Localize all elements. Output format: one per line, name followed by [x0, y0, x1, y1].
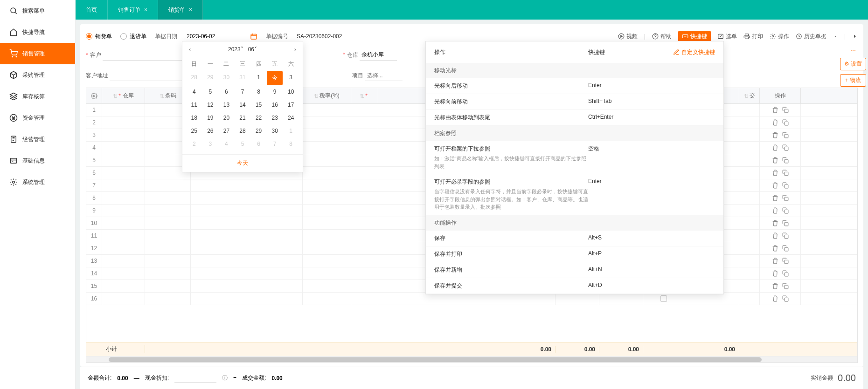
toolbar-action[interactable]: 操作 — [770, 33, 789, 41]
delete-icon[interactable] — [772, 157, 778, 164]
horizontal-scrollbar[interactable] — [86, 356, 857, 362]
calendar-day[interactable]: 27 — [218, 124, 235, 137]
calendar-day[interactable]: 17 — [283, 98, 299, 111]
copy-icon[interactable] — [782, 220, 789, 226]
delete-icon[interactable] — [772, 170, 778, 176]
sidebar-item-7[interactable]: 基础信息 — [0, 150, 75, 171]
delete-icon[interactable] — [772, 220, 778, 226]
calendar-day[interactable]: 23 — [267, 111, 283, 124]
logistics-button[interactable]: + 物流 — [840, 74, 866, 87]
sidebar-item-6[interactable]: 经营管理 — [0, 129, 75, 150]
toolbar-hotkey[interactable]: 快捷键 — [678, 31, 711, 42]
sidebar-item-0[interactable]: 搜索菜单 — [0, 0, 75, 21]
copy-icon[interactable] — [782, 144, 789, 151]
calendar-day[interactable]: 5 — [235, 137, 251, 150]
delete-icon[interactable] — [772, 195, 778, 201]
copy-icon[interactable] — [782, 157, 789, 164]
copy-icon[interactable] — [782, 170, 789, 176]
tab-2[interactable]: 销货单× — [158, 0, 203, 20]
calendar-day[interactable]: 10 — [283, 85, 299, 98]
sidebar-item-1[interactable]: 快捷导航 — [0, 21, 75, 43]
calendar-day[interactable]: 6 — [250, 137, 267, 150]
calendar-month[interactable]: 06˅ — [248, 46, 257, 53]
calendar-next-icon[interactable]: › — [294, 46, 296, 53]
delete-icon[interactable] — [772, 245, 778, 252]
sidebar-item-5[interactable]: 资金管理 — [0, 107, 75, 129]
discount-input[interactable] — [174, 374, 216, 382]
calendar-day[interactable]: 21 — [235, 111, 251, 124]
calendar-prev-icon[interactable]: ‹ — [189, 46, 191, 53]
calendar-day[interactable]: 28 — [186, 71, 202, 85]
settings-button[interactable]: ⚙ 设置 — [840, 58, 866, 70]
calendar-today-link[interactable]: 今天 — [182, 154, 303, 172]
toolbar-next-icon[interactable] — [852, 34, 858, 39]
copy-icon[interactable] — [782, 245, 789, 252]
toolbar-select[interactable]: 选单 — [717, 33, 737, 41]
calendar-day[interactable]: 15 — [250, 98, 267, 111]
calendar-day[interactable]: 8 — [250, 85, 267, 98]
header-gear[interactable] — [86, 88, 102, 103]
copy-icon[interactable] — [782, 107, 789, 113]
delete-icon[interactable] — [772, 207, 778, 214]
copy-icon[interactable] — [782, 195, 789, 201]
copy-icon[interactable] — [782, 207, 789, 214]
close-icon[interactable]: × — [144, 7, 147, 13]
calendar-year[interactable]: 2023˅ — [228, 46, 243, 53]
calendar-day[interactable]: 30 — [218, 71, 235, 85]
copy-icon[interactable] — [782, 295, 789, 302]
copy-icon[interactable] — [782, 258, 789, 264]
toolbar-history[interactable]: 历史单据 — [796, 33, 826, 41]
calendar-day[interactable]: 29 — [250, 124, 267, 137]
sidebar-item-2[interactable]: 销售管理 — [0, 43, 75, 64]
calendar-day[interactable]: 30 — [267, 124, 283, 137]
tab-1[interactable]: 销售订单× — [108, 0, 158, 20]
header-delivery[interactable]: ⇅交 — [739, 88, 760, 103]
delete-icon[interactable] — [772, 119, 778, 126]
header-taxrate[interactable]: ⇅税率(%) — [303, 88, 351, 103]
toolbar-dropdown-icon[interactable] — [833, 34, 838, 39]
calendar-icon[interactable] — [250, 33, 257, 40]
calendar-day[interactable]: 5 — [202, 85, 219, 98]
calendar-day[interactable]: 16 — [267, 98, 283, 111]
panel-more-icon[interactable]: ⋯ — [850, 48, 856, 54]
calendar-day[interactable]: 3 — [202, 137, 219, 150]
toolbar-help[interactable]: 帮助 — [652, 33, 672, 41]
header-warehouse[interactable]: ⇅*仓库 — [102, 88, 145, 103]
delete-icon[interactable] — [772, 258, 778, 264]
calendar-day[interactable]: 19 — [202, 111, 219, 124]
copy-icon[interactable] — [782, 132, 789, 138]
calendar-day[interactable]: 25 — [186, 124, 202, 137]
calendar-day[interactable]: 18 — [186, 111, 202, 124]
calendar-day[interactable]: 11 — [186, 98, 202, 111]
calendar-day[interactable]: 6 — [218, 85, 235, 98]
radio-sale[interactable]: 销货单 — [86, 33, 112, 41]
calendar-day[interactable]: 9 — [267, 85, 283, 98]
calendar-day[interactable]: 7 — [235, 85, 251, 98]
calendar-day[interactable]: 2 — [186, 137, 202, 150]
header-required[interactable]: ⇅* — [351, 88, 378, 103]
calendar-day[interactable]: 13 — [218, 98, 235, 111]
gift-checkbox[interactable] — [660, 295, 667, 302]
calendar-day[interactable]: 14 — [235, 98, 251, 111]
calendar-day[interactable]: 8 — [283, 137, 299, 150]
calendar-day[interactable]: 12 — [202, 98, 219, 111]
calendar-day[interactable]: 24 — [283, 111, 299, 124]
calendar-day[interactable]: 3 — [283, 71, 299, 85]
calendar-day[interactable]: 22 — [250, 111, 267, 124]
radio-return[interactable]: 退货单 — [120, 33, 146, 41]
delete-icon[interactable] — [772, 182, 778, 189]
calendar-day[interactable]: 31 — [235, 71, 251, 85]
tab-0[interactable]: 首页 — [76, 0, 108, 20]
close-icon[interactable]: × — [189, 7, 192, 13]
sidebar-item-4[interactable]: 库存核算 — [0, 86, 75, 107]
toolbar-print[interactable]: 打印 — [743, 33, 763, 41]
sidebar-item-8[interactable]: 系统管理 — [0, 171, 75, 193]
calendar-day[interactable]: 26 — [202, 124, 219, 137]
delete-icon[interactable] — [772, 283, 778, 289]
copy-icon[interactable] — [782, 270, 789, 277]
date-input[interactable] — [186, 31, 242, 42]
delete-icon[interactable] — [772, 132, 778, 138]
customize-hotkey-link[interactable]: 自定义快捷键 — [673, 48, 715, 56]
project-input[interactable] — [365, 70, 403, 81]
help-icon[interactable]: ⓘ — [222, 374, 228, 382]
